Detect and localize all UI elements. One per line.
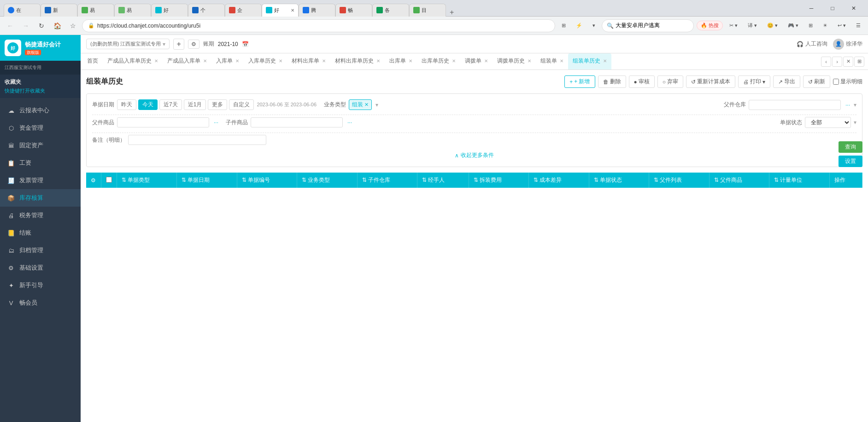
- parent-goods-more[interactable]: ···: [214, 119, 218, 126]
- bookmark-button[interactable]: ☆: [66, 19, 79, 32]
- sidebar-item-archive[interactable]: 🗂 归档管理: [0, 242, 81, 259]
- child-goods-more[interactable]: ···: [347, 119, 352, 126]
- nav-tab-close-5[interactable]: ✕: [322, 58, 326, 64]
- period-selector[interactable]: 账期 2021-10 📅: [203, 40, 249, 48]
- sidebar-item-settings[interactable]: ⚙ 基础设置: [0, 259, 81, 277]
- nav-tab-product-in[interactable]: 产成品入库单 ✕: [163, 53, 211, 69]
- sun-tool[interactable]: ☀: [819, 21, 831, 30]
- hot-search-button[interactable]: 🔥 热搜: [697, 21, 723, 30]
- parent-warehouse-dropdown[interactable]: ▾: [854, 102, 856, 108]
- th-parent-list[interactable]: ⇅ 父件列表: [649, 173, 710, 188]
- th-settings[interactable]: ⚙: [86, 173, 101, 188]
- sidebar-item-guide[interactable]: ✦ 新手引导: [0, 277, 81, 294]
- nav-tab-close-1[interactable]: ✕: [154, 58, 158, 64]
- select-all-checkbox[interactable]: [106, 177, 112, 183]
- nav-tab-close-9[interactable]: ✕: [484, 58, 488, 64]
- user-area[interactable]: 👤 徐泽华: [833, 39, 862, 50]
- browser-tab-6[interactable]: 个: [188, 4, 225, 17]
- nav-tab-close-6[interactable]: ✕: [376, 58, 380, 64]
- biz-type-dropdown[interactable]: ▾: [375, 102, 378, 108]
- nav-tab-product-in-history[interactable]: 产成品入库单历史 ✕: [103, 53, 163, 69]
- nav-tab-in-history[interactable]: 入库单历史 ✕: [244, 53, 287, 69]
- close-button[interactable]: ✕: [843, 2, 864, 15]
- sidebar-item-tax[interactable]: 🖨 税务管理: [0, 207, 81, 224]
- nav-tab-close-10[interactable]: ✕: [528, 58, 531, 64]
- th-disassemble-fee[interactable]: ⇅ 拆装费用: [469, 173, 529, 188]
- nav-tab-close-2[interactable]: ✕: [203, 58, 207, 64]
- nav-tab-close-7[interactable]: ✕: [409, 58, 412, 64]
- nav-tab-close-11[interactable]: ✕: [560, 58, 563, 64]
- search-bar[interactable]: 🔍 大量安卓用户逃离: [602, 19, 694, 32]
- child-goods-input[interactable]: [251, 117, 343, 127]
- th-checkbox[interactable]: [101, 173, 117, 188]
- nav-tabs-more[interactable]: ⊞: [854, 57, 864, 67]
- date-btn-1month[interactable]: 近1月: [184, 99, 206, 110]
- parent-warehouse-more[interactable]: ···: [845, 102, 850, 108]
- sidebar-item-member[interactable]: V 畅会员: [0, 294, 81, 312]
- th-doc-date[interactable]: ⇅ 单据日期: [177, 173, 237, 188]
- nav-extra-dropdown[interactable]: ▾: [589, 21, 599, 30]
- settings-gear-button[interactable]: ⚙: [188, 40, 199, 49]
- filter-settings-button[interactable]: 设置: [839, 156, 862, 167]
- address-bar[interactable]: 🔒 https://cloud.chanjet.com/accounting/u…: [82, 19, 555, 32]
- nav-tab-close-8[interactable]: ✕: [452, 58, 456, 64]
- forward-button[interactable]: →: [19, 19, 32, 32]
- favorites-link[interactable]: 快捷键打开收藏夹: [5, 87, 76, 94]
- nav-tab-assemble-history[interactable]: 组装单历史 ✕: [568, 53, 611, 69]
- th-cost-diff[interactable]: ⇅ 成本差异: [529, 173, 589, 188]
- sidebar-item-cloud-report[interactable]: ☁ 云报表中心: [0, 102, 81, 119]
- th-doc-number[interactable]: ⇅ 单据编号: [237, 173, 297, 188]
- nav-tab-out-history[interactable]: 出库单历史 ✕: [417, 53, 460, 69]
- nav-tabs-prev[interactable]: ‹: [821, 57, 831, 67]
- nav-tabs-close-all[interactable]: ✕: [843, 57, 853, 67]
- th-doc-type[interactable]: ⇅ 单据类型: [117, 173, 177, 188]
- game-tool[interactable]: 🎮 ▾: [784, 21, 802, 30]
- nav-tab-assemble[interactable]: 组装单 ✕: [536, 53, 568, 69]
- nav-tab-close-3[interactable]: ✕: [235, 58, 239, 64]
- translate-tool[interactable]: 译 ▾: [744, 21, 761, 30]
- nav-tab-close-12[interactable]: ✕: [603, 58, 607, 64]
- browser-tab-12[interactable]: 目: [409, 4, 446, 17]
- date-btn-custom[interactable]: 自定义: [229, 99, 254, 110]
- th-parent-goods[interactable]: ⇅ 父件商品: [709, 173, 769, 188]
- date-btn-7days[interactable]: 近7天: [159, 99, 182, 110]
- home-button[interactable]: 🏠: [51, 19, 64, 32]
- refresh-button[interactable]: ↺ 刷新: [803, 75, 830, 88]
- browser-tab-11[interactable]: 各: [372, 4, 409, 17]
- export-button[interactable]: ↗ 导出: [773, 75, 800, 88]
- cut-tool[interactable]: ✂ ▾: [726, 21, 741, 30]
- sidebar-item-account[interactable]: 📒 结账: [0, 224, 81, 242]
- browser-tab-9[interactable]: 腾: [299, 4, 335, 17]
- sidebar-item-fund[interactable]: ⬡ 资金管理: [0, 119, 81, 137]
- th-handler[interactable]: ⇅ 经手人: [417, 173, 469, 188]
- th-child-warehouse[interactable]: ⇅ 子件仓库: [357, 173, 417, 188]
- nav-tab-material-out-history[interactable]: 材料出库单历史 ✕: [330, 53, 385, 69]
- tab-close-8[interactable]: ✕: [291, 8, 294, 13]
- th-unit[interactable]: ⇅ 计量单位: [769, 173, 830, 188]
- note-input[interactable]: [128, 135, 266, 145]
- nav-tab-close-4[interactable]: ✕: [279, 58, 282, 64]
- nav-tabs-next[interactable]: ›: [832, 57, 842, 67]
- nav-tab-material-out[interactable]: 材料出库单 ✕: [287, 53, 330, 69]
- audit-button[interactable]: ● 审核: [629, 75, 655, 88]
- biz-type-tag-close[interactable]: ✕: [364, 102, 369, 108]
- nav-tab-in[interactable]: 入库单 ✕: [211, 53, 244, 69]
- browser-tab-4[interactable]: 易: [114, 4, 151, 17]
- reload-button[interactable]: ↻: [35, 19, 48, 32]
- nav-extra-apps[interactable]: ⊞: [558, 21, 569, 30]
- nav-tab-transfer[interactable]: 调拨单 ✕: [460, 53, 493, 69]
- browser-tab-2[interactable]: 新: [41, 4, 77, 17]
- nav-tab-transfer-history[interactable]: 调拨单历史 ✕: [493, 53, 536, 69]
- undo-tool[interactable]: ↩ ▾: [834, 21, 850, 30]
- grid-tool[interactable]: ⊞: [805, 21, 816, 30]
- th-biz-type[interactable]: ⇅ 业务类型: [297, 173, 358, 188]
- sidebar-item-fixed-asset[interactable]: 🏛 固定资产: [0, 137, 81, 154]
- browser-tab-1[interactable]: 在: [4, 4, 41, 17]
- menu-tool[interactable]: ☰: [852, 21, 864, 30]
- parent-goods-input[interactable]: [117, 117, 209, 127]
- company-selector[interactable]: (勿删勿禁用) 江西服宝测试专用 ▾: [86, 39, 170, 49]
- browser-tab-7[interactable]: 企: [225, 4, 262, 17]
- minimize-button[interactable]: ─: [801, 2, 822, 15]
- sidebar-item-payroll[interactable]: 📋 工资: [0, 154, 81, 172]
- nav-tab-out[interactable]: 出库单 ✕: [385, 53, 417, 69]
